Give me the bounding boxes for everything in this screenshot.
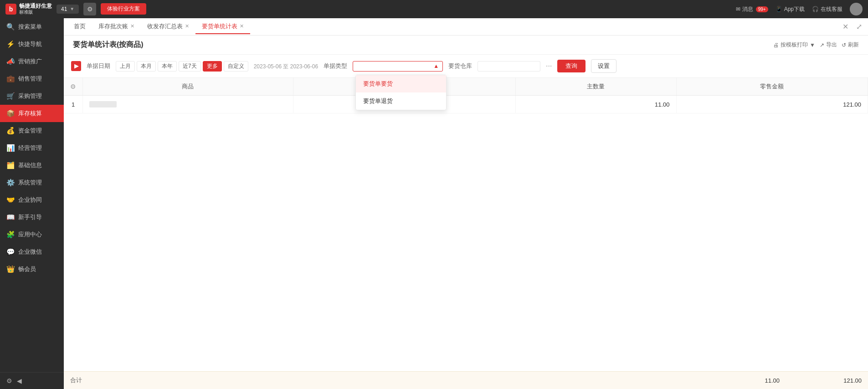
refresh-button[interactable]: ↺ 刷新 <box>842 41 859 49</box>
finance-icon: 💰 <box>6 127 15 135</box>
sidebar-item-app-center[interactable]: 🧩 应用中心 <box>0 226 64 243</box>
table-footer: 合计 11.00 121.00 <box>64 371 868 389</box>
app-download-action[interactable]: 📱 App下载 <box>776 5 805 13</box>
last-7-days-btn[interactable]: 近7天 <box>179 61 201 72</box>
sidebar-item-operations[interactable]: 📊 经营管理 <box>0 139 64 157</box>
sidebar-settings-icon[interactable]: ⚙ <box>6 377 12 384</box>
tab-order-stats[interactable]: 要货单统计表 ✕ <box>195 20 250 34</box>
search-icon: 🔍 <box>6 23 15 31</box>
export-button[interactable]: ↗ 导出 <box>820 41 837 49</box>
print-button[interactable]: 🖨 按模板打印 ▼ <box>773 41 815 49</box>
header-left: b 畅捷通好生意 标准版 41 ▼ ⚙ 体验行业方案 <box>5 3 146 15</box>
this-year-btn[interactable]: 本年 <box>158 61 177 72</box>
date-buttons: 上月 本月 本年 近7天 更多 自定义 <box>116 61 248 72</box>
query-button[interactable]: 查询 <box>557 60 586 72</box>
refresh-label: 刷新 <box>848 41 859 49</box>
sidebar-label-finance: 资金管理 <box>18 127 42 135</box>
last-month-btn[interactable]: 上月 <box>116 61 135 72</box>
sidebar-item-wechat[interactable]: 💬 企业微信 <box>0 243 64 261</box>
app-download-label: App下载 <box>784 5 805 13</box>
table-settings-icon[interactable]: ⚙ <box>70 83 76 90</box>
sidebar-item-purchase[interactable]: 🛒 采购管理 <box>0 87 64 105</box>
tab-inventory-batch-label: 库存批次账 <box>98 22 128 31</box>
dropdown-item-order-goods[interactable]: 要货单要货 <box>356 75 446 92</box>
message-icon: ✉ <box>736 6 740 12</box>
sidebar-label-quick-nav: 快捷导航 <box>18 40 42 48</box>
sidebar-item-quick-nav[interactable]: ⚡ 快捷导航 <box>0 36 64 53</box>
sidebar-item-inventory[interactable]: 📦 库存核算 <box>0 105 64 122</box>
tab-summary[interactable]: 收发存汇总表 ✕ <box>141 20 195 34</box>
sidebar-bottom: ⚙ ◀ <box>0 372 64 389</box>
purchase-icon: 🛒 <box>6 92 15 100</box>
tab-home[interactable]: 首页 <box>67 20 92 34</box>
tab-summary-close-icon[interactable]: ✕ <box>185 23 189 29</box>
warehouse-filter-label: 要货仓库 <box>448 62 472 70</box>
operations-icon: 📊 <box>6 144 15 152</box>
sidebar-item-search[interactable]: 🔍 搜索菜单 <box>0 18 64 36</box>
message-action[interactable]: ✉ 消息 99+ <box>736 5 768 13</box>
company-selector[interactable]: 41 ▼ <box>56 5 79 14</box>
type-select-input[interactable] <box>357 63 433 70</box>
logo-area: b 畅捷通好生意 标准版 <box>5 3 52 15</box>
col-product: 商品 <box>83 78 293 96</box>
sidebar-item-marketing[interactable]: 📣 营销推广 <box>0 53 64 70</box>
page-header: 要货单统计表(按商品) 🖨 按模板打印 ▼ ↗ 导出 ↺ 刷新 <box>64 36 868 55</box>
tab-inventory-batch-close-icon[interactable]: ✕ <box>130 23 134 29</box>
sidebar-item-member[interactable]: 👑 畅会员 <box>0 261 64 278</box>
tab-bar-end: ✕ ⤢ <box>840 21 864 32</box>
online-service-action[interactable]: 🎧 在线客服 <box>812 5 842 13</box>
sidebar-label-member: 畅会员 <box>18 265 36 273</box>
quick-nav-icon: ⚡ <box>6 40 15 48</box>
this-month-btn[interactable]: 本月 <box>137 61 156 72</box>
sidebar-label-sales: 销售管理 <box>18 75 42 83</box>
table-header-row: ⚙ 商品 主计量单位 主数量 零售金额 <box>64 78 868 96</box>
tab-expand-icon[interactable]: ⤢ <box>853 21 864 32</box>
filter-expand-button[interactable]: ▶ <box>71 61 81 71</box>
message-badge: 99+ <box>756 6 768 12</box>
warehouse-select-input[interactable] <box>482 63 536 70</box>
company-selector-arrow-icon: ▼ <box>70 6 74 11</box>
more-btn[interactable]: 更多 <box>203 61 222 72</box>
type-dropdown: 要货单要货 要货单退货 <box>355 75 447 110</box>
sidebar: 🔍 搜索菜单 ⚡ 快捷导航 📣 营销推广 💼 销售管理 🛒 采购管理 📦 库存核… <box>0 18 64 389</box>
page-header-actions: 🖨 按模板打印 ▼ ↗ 导出 ↺ 刷新 <box>773 41 859 49</box>
sidebar-label-wechat: 企业微信 <box>18 248 42 256</box>
sidebar-item-finance[interactable]: 💰 资金管理 <box>0 122 64 139</box>
tab-order-stats-close-icon[interactable]: ✕ <box>240 23 244 29</box>
system-icon: ⚙️ <box>6 179 15 187</box>
warehouse-select-box[interactable] <box>478 61 540 72</box>
sidebar-label-basics: 基础信息 <box>18 161 42 169</box>
sidebar-item-basics[interactable]: 🗂️ 基础信息 <box>0 157 64 174</box>
tab-bar: 首页 库存批次账 ✕ 收发存汇总表 ✕ 要货单统计表 ✕ ✕ ⤢ <box>64 18 868 36</box>
trial-button[interactable]: 体验行业方案 <box>101 3 146 15</box>
tab-inventory-batch[interactable]: 库存批次账 ✕ <box>92 20 141 34</box>
sidebar-label-enterprise: 企业协同 <box>18 196 42 204</box>
sidebar-item-sales[interactable]: 💼 销售管理 <box>0 70 64 87</box>
custom-btn[interactable]: 自定义 <box>224 61 248 72</box>
sidebar-label-operations: 经营管理 <box>18 144 42 152</box>
filter-more-icon[interactable]: ··· <box>546 62 552 70</box>
sidebar-item-enterprise[interactable]: 🤝 企业协同 <box>0 191 64 209</box>
export-icon: ↗ <box>820 42 824 48</box>
enterprise-icon: 🤝 <box>6 196 15 204</box>
settings-icon[interactable]: ⚙ <box>83 3 96 15</box>
app-name-block: 畅捷通好生意 标准版 <box>19 3 52 15</box>
sidebar-item-guide[interactable]: 📖 新手引导 <box>0 209 64 226</box>
cell-product <box>83 96 293 113</box>
type-select-arrow-icon[interactable]: ▲ <box>433 63 439 69</box>
sidebar-item-system[interactable]: ⚙️ 系统管理 <box>0 174 64 191</box>
type-select-box[interactable]: ▲ <box>353 61 443 72</box>
dropdown-item-return-goods[interactable]: 要货单退货 <box>356 92 446 110</box>
cell-index: 1 <box>64 96 83 113</box>
set-button[interactable]: 设置 <box>591 59 616 73</box>
sidebar-label-system: 系统管理 <box>18 179 42 187</box>
export-label: 导出 <box>826 41 837 49</box>
sidebar-collapse-icon[interactable]: ◀ <box>17 377 22 384</box>
print-label: 按模板打印 <box>781 41 808 49</box>
tab-close-all-icon[interactable]: ✕ <box>840 21 851 32</box>
top-header: b 畅捷通好生意 标准版 41 ▼ ⚙ 体验行业方案 ✉ 消息 99+ 📱 Ap… <box>0 0 868 18</box>
avatar[interactable] <box>850 3 863 15</box>
sidebar-label-app-center: 应用中心 <box>18 230 42 239</box>
sales-icon: 💼 <box>6 75 15 83</box>
marketing-icon: 📣 <box>6 57 15 66</box>
